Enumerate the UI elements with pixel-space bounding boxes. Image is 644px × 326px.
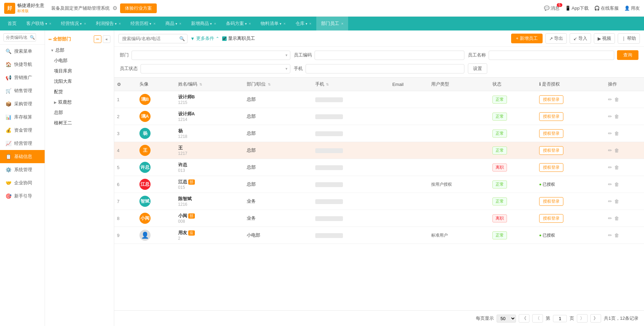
- export-button[interactable]: ↗ 导出: [545, 33, 567, 44]
- sidebar-item-quick-nav[interactable]: 🏠快捷导航: [0, 58, 45, 71]
- tab-goods[interactable]: 商品▾×: [161, 17, 186, 30]
- sidebar-item-basic-info[interactable]: 📋基础信息: [0, 150, 45, 163]
- auth-button[interactable]: 授权登录: [539, 146, 563, 155]
- edit-icon[interactable]: ✏: [608, 165, 612, 170]
- more-conditions-button[interactable]: ▼ 更多条件 ⌃: [190, 35, 219, 42]
- notification-bell[interactable]: 💬 消息 5: [544, 5, 560, 11]
- auth-button[interactable]: 授权登录: [539, 129, 563, 138]
- edit-icon[interactable]: ✏: [608, 131, 612, 136]
- sidebar-item-enterprise[interactable]: 🤝企业协同: [0, 176, 45, 190]
- edit-icon[interactable]: ✏: [608, 114, 612, 119]
- tab-history[interactable]: 经营历程▾×: [126, 17, 160, 30]
- tab-new-goods[interactable]: 新增商品▾×: [186, 17, 221, 30]
- tab-profit[interactable]: 利润报告▾×: [91, 17, 126, 30]
- tab-warehouse[interactable]: 仓库▾×: [291, 17, 316, 30]
- dept-select[interactable]: [131, 51, 290, 60]
- sidebar-item-purchase[interactable]: 📦采购管理: [0, 97, 45, 111]
- sidebar-item-marketing[interactable]: 📢营销推广: [0, 71, 45, 84]
- cell-avatar: 江总: [137, 176, 175, 193]
- page-size-select[interactable]: 50 20 100: [497, 315, 516, 323]
- auth-button[interactable]: 授权登录: [539, 95, 563, 104]
- name-sort-icon[interactable]: ⇅: [199, 82, 202, 86]
- user-menu[interactable]: 👤 用友: [624, 5, 640, 11]
- next-page-button[interactable]: 〉: [577, 314, 588, 323]
- sidebar-item-system[interactable]: ⚙️系统管理: [0, 163, 45, 176]
- tab-customer[interactable]: 客户联络▾×: [21, 17, 56, 30]
- reset-button[interactable]: 设置: [468, 63, 487, 74]
- dept-tree-item-zhushu[interactable]: 植树王二: [45, 118, 114, 128]
- tab-department[interactable]: 部门员工×: [316, 17, 348, 30]
- phone-sort-icon[interactable]: ⇅: [326, 82, 329, 86]
- dept-tree-item-general[interactable]: ▼ 总部: [45, 45, 114, 55]
- employee-search-input[interactable]: [118, 34, 188, 43]
- dept-tree-item-shuanglu[interactable]: ▶ 双鹿想: [45, 97, 114, 107]
- help-button[interactable]: ｜ 帮助: [618, 33, 640, 44]
- cell-name: 设计师A 1214: [175, 108, 244, 125]
- experience-button[interactable]: 体验行业方案: [120, 3, 157, 13]
- sidebar-item-search[interactable]: 🔍搜索菜单: [0, 45, 45, 58]
- tab-barcode[interactable]: 条码方案▾×: [221, 17, 256, 30]
- delete-icon[interactable]: 🗑: [614, 215, 619, 221]
- sidebar-item-finance[interactable]: 💰资金管理: [0, 124, 45, 137]
- edit-icon[interactable]: ✏: [608, 215, 612, 221]
- sidebar-item-guide[interactable]: 🎯新手引导: [0, 190, 45, 203]
- delete-icon[interactable]: 🗑: [614, 114, 619, 119]
- dept-tree-item-shenyang[interactable]: 沈阳大库: [45, 76, 114, 87]
- dept-tree-item-xiaodibu[interactable]: 小电部: [45, 55, 114, 66]
- logo-area: 好 畅捷通好生意 标准版: [4, 3, 44, 14]
- auth-button[interactable]: 授权登录: [539, 163, 563, 172]
- edit-icon[interactable]: ✏: [608, 199, 612, 204]
- cell-actions: ✏ 🗑: [605, 159, 644, 176]
- phone-input[interactable]: [306, 64, 464, 73]
- tab-operations[interactable]: 经营情况▾×: [56, 17, 91, 30]
- import-button[interactable]: ↙ 导入: [570, 33, 591, 44]
- online-service-link[interactable]: 🎧 在线客服: [594, 5, 619, 11]
- view-button[interactable]: ▶ 视频: [594, 33, 615, 44]
- dept-sort-icon[interactable]: ⇅: [268, 82, 271, 86]
- delete-icon[interactable]: 🗑: [614, 199, 619, 204]
- search-input-wrap: 🔍: [118, 34, 188, 43]
- th-actions: 操作: [605, 78, 644, 91]
- delete-icon[interactable]: 🗑: [614, 97, 619, 102]
- auth-button[interactable]: 授权登录: [539, 112, 563, 121]
- edit-icon[interactable]: ✏: [608, 232, 612, 238]
- pagination: 每页显示 50 20 100 《 〈 第 页 〉 》 共1页，12条记录: [114, 310, 644, 326]
- empcode-input[interactable]: [315, 51, 464, 60]
- sidebar-item-inventory[interactable]: 📊库存核算: [0, 111, 45, 124]
- empcode-label: 员工编码: [294, 52, 312, 58]
- page-number-input[interactable]: [553, 315, 567, 322]
- dept-tree-item-zongbu[interactable]: 总部: [45, 107, 114, 118]
- empname-input[interactable]: [489, 51, 614, 60]
- auth-button[interactable]: 授权登录: [539, 197, 563, 206]
- status-select[interactable]: [140, 64, 290, 73]
- status-badge: 正常: [492, 231, 507, 239]
- tab-bom[interactable]: 物料清单▾×: [256, 17, 290, 30]
- delete-icon[interactable]: 🗑: [614, 232, 619, 238]
- filter-dept-row: 部门 ▾: [120, 51, 290, 60]
- dept-tree-item-projectroom[interactable]: 项目库房: [45, 66, 114, 76]
- show-resigned-checkbox[interactable]: 显示离职员工: [222, 35, 255, 42]
- last-page-button[interactable]: 》: [590, 314, 601, 323]
- auth-button[interactable]: 授权登录: [539, 214, 563, 223]
- search-button[interactable]: 查询: [617, 50, 638, 60]
- add-employee-button[interactable]: + 新增员工: [511, 34, 543, 43]
- sidebar-item-operations[interactable]: 📈经营管理: [0, 137, 45, 150]
- delete-icon[interactable]: 🗑: [614, 131, 619, 136]
- app-download-link[interactable]: 📱 App下载: [565, 5, 589, 11]
- settings-gear-button[interactable]: ⚙: [112, 5, 117, 11]
- column-settings-icon[interactable]: ⚙: [117, 82, 121, 87]
- table-header-row: ⚙ 头像 姓名/编码 ⇅ 部门/职位 ⇅ 手机 ⇅ Email 用户类型 状态 …: [114, 78, 644, 91]
- delete-icon[interactable]: 🗑: [614, 165, 619, 170]
- edit-icon[interactable]: ✏: [608, 182, 612, 187]
- prev-page-button[interactable]: 〈: [532, 314, 543, 323]
- dept-tree-edit-btn[interactable]: ✏: [94, 35, 101, 43]
- first-page-button[interactable]: 《: [519, 314, 529, 323]
- dept-tree-item-peihuo[interactable]: 配货: [45, 87, 114, 97]
- tab-home[interactable]: 首页: [3, 17, 21, 30]
- edit-icon[interactable]: ✏: [608, 97, 612, 102]
- dept-tree-collapse-btn[interactable]: «: [103, 35, 110, 43]
- delete-icon[interactable]: 🗑: [614, 182, 619, 187]
- delete-icon[interactable]: 🗑: [614, 148, 619, 153]
- sidebar-item-sales[interactable]: 🛒销售管理: [0, 84, 45, 97]
- edit-icon[interactable]: ✏: [608, 148, 612, 153]
